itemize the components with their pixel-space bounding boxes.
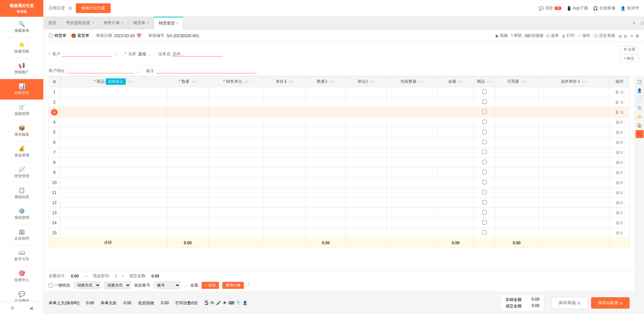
calendar-icon[interactable]: 📅 xyxy=(137,34,142,38)
product-cell[interactable] xyxy=(60,198,167,208)
available-cell[interactable] xyxy=(495,127,538,137)
tab-sales-order[interactable]: 销售订单 × xyxy=(99,17,128,29)
close-sales-order-icon[interactable]: × xyxy=(121,21,123,25)
gift-checkbox[interactable] xyxy=(482,120,487,124)
quantity-cell[interactable] xyxy=(167,198,208,208)
remark-input[interactable] xyxy=(156,68,257,73)
right-sidebar-btn-2[interactable]: 👤 xyxy=(636,86,644,95)
gift-checkbox[interactable] xyxy=(482,200,487,204)
gift-checkbox[interactable] xyxy=(482,190,487,194)
delete-row-icon[interactable]: 🗑 xyxy=(615,90,619,95)
settings-btn[interactable]: ⚙ 设置 xyxy=(620,46,639,53)
quantity-cell[interactable] xyxy=(167,178,208,188)
sales-unit-cell[interactable] xyxy=(208,147,264,158)
cost-price-cell[interactable] xyxy=(539,168,609,178)
package-qty-cell[interactable] xyxy=(387,87,437,97)
sort-product-icon[interactable]: ▲▼ xyxy=(128,80,133,83)
cost-price-cell[interactable] xyxy=(539,127,609,137)
product-cell[interactable] xyxy=(60,147,167,158)
product-cell[interactable] xyxy=(60,178,167,188)
gift-checkbox[interactable] xyxy=(482,170,487,174)
payment-method-select[interactable]: 结算方式 xyxy=(74,281,101,289)
amount-cell[interactable] xyxy=(437,87,474,97)
sales-unit-cell[interactable] xyxy=(208,178,264,188)
cost-price-cell[interactable] xyxy=(539,208,609,218)
gift-checkbox[interactable] xyxy=(482,100,487,104)
package-qty-cell[interactable] xyxy=(387,158,437,168)
sales-unit-cell[interactable] xyxy=(208,97,264,107)
gift-checkbox[interactable] xyxy=(482,160,487,164)
copy-row-icon[interactable]: ⧉ xyxy=(620,140,623,145)
unit2-cell[interactable] xyxy=(346,188,387,198)
sort-cost-price-icon[interactable]: ▲▼ xyxy=(582,80,587,83)
th-settings[interactable]: ⚙ xyxy=(49,76,60,87)
sales-unit-cell[interactable] xyxy=(208,188,264,198)
product-cell[interactable] xyxy=(60,218,167,228)
gift-cell[interactable] xyxy=(474,127,495,137)
gift-cell[interactable] xyxy=(474,97,495,107)
experience-button[interactable]: 体验行业方案 xyxy=(76,3,111,13)
delete-row-icon[interactable]: 🗑 xyxy=(616,120,620,125)
video-btn[interactable]: ▶ 视频 xyxy=(496,33,508,39)
operate-btn[interactable]: ⋯ 操作 xyxy=(577,33,590,39)
product-cell-active[interactable] xyxy=(60,107,167,117)
unit-price-cell[interactable] xyxy=(264,178,306,188)
package-qty-cell[interactable] xyxy=(387,137,437,147)
package-qty-cell[interactable] xyxy=(387,107,437,117)
right-sidebar-btn-4[interactable]: 📎 xyxy=(636,104,644,112)
cost-price-cell[interactable] xyxy=(539,188,609,198)
product-cell[interactable] xyxy=(60,208,167,218)
unit-price-cell[interactable] xyxy=(264,97,306,107)
add-btn[interactable]: + 添加 xyxy=(202,282,219,289)
quantity2-cell[interactable] xyxy=(306,87,346,97)
view-list-icon[interactable]: ≡ xyxy=(631,34,633,38)
prev-record-icon[interactable]: ◀ xyxy=(618,33,622,39)
tab-sales-return[interactable]: 销货退货 × xyxy=(154,17,183,29)
package-qty-cell[interactable] xyxy=(387,147,437,158)
delete-row-icon[interactable]: 🗑 xyxy=(616,150,620,155)
sidebar-item-apps[interactable]: 🎯 应用中心 xyxy=(0,266,43,287)
right-sidebar-btn-1[interactable]: 📋 xyxy=(636,78,644,86)
unit-price-cell[interactable] xyxy=(264,87,306,97)
cost-price-cell[interactable] xyxy=(539,218,609,228)
settings-footer-icon[interactable]: ⚙ xyxy=(10,305,15,311)
gift-cell[interactable] xyxy=(474,137,495,147)
copy-row-icon[interactable]: ⧉ xyxy=(620,120,623,125)
unit2-cell[interactable] xyxy=(346,117,387,127)
amount-cell[interactable] xyxy=(437,127,474,137)
add-row-btn[interactable]: + xyxy=(51,109,58,116)
unit2-cell[interactable] xyxy=(346,178,387,188)
app-download-item[interactable]: 📱 App下载 xyxy=(567,5,588,11)
quantity2-cell[interactable] xyxy=(306,158,346,168)
available-cell[interactable] xyxy=(495,107,538,117)
quantity-cell[interactable] xyxy=(167,107,208,117)
unit-price-cell[interactable] xyxy=(264,228,306,238)
select-btn[interactable]: ☑ 选单 xyxy=(546,33,559,39)
right-sidebar-btn-3[interactable]: 📄 xyxy=(636,95,644,103)
history-btn[interactable]: 🕐 历史单据 xyxy=(593,33,615,39)
sidebar-item-finance[interactable]: 💰 资金管理 xyxy=(0,141,43,162)
sort-quantity2-icon[interactable]: ▲▼ xyxy=(329,80,334,83)
sidebar-item-purchase[interactable]: 🛒 采购管理 xyxy=(0,100,43,121)
package-qty-cell[interactable] xyxy=(387,188,437,198)
save-draft-button[interactable]: 保存草稿 ∧ xyxy=(551,297,588,309)
gift-checkbox[interactable] xyxy=(482,230,487,235)
unit-price-cell[interactable] xyxy=(264,208,306,218)
package-qty-cell[interactable] xyxy=(387,228,437,238)
quantity2-cell[interactable] xyxy=(306,117,346,127)
product-cell[interactable] xyxy=(60,188,167,198)
unit2-cell[interactable] xyxy=(346,127,387,137)
maximize-icon[interactable]: ⊡ xyxy=(641,21,644,25)
unit-price-cell[interactable] xyxy=(264,198,306,208)
view-grid-icon[interactable]: ⊞ xyxy=(636,34,639,38)
column-settings-icon[interactable]: ⚙ xyxy=(53,79,56,84)
gift-checkbox[interactable] xyxy=(482,150,487,154)
copy-row-icon[interactable]: ⧉ xyxy=(620,170,623,175)
copy-row-icon[interactable]: ⧉ xyxy=(620,130,623,135)
delete-row-icon[interactable]: 🗑 xyxy=(616,140,620,145)
amount-cell[interactable] xyxy=(437,158,474,168)
gift-cell[interactable] xyxy=(474,228,495,238)
amount-cell[interactable] xyxy=(437,198,474,208)
quantity2-cell[interactable] xyxy=(306,97,346,107)
delete-row-icon[interactable]: 🗑 xyxy=(616,210,620,215)
